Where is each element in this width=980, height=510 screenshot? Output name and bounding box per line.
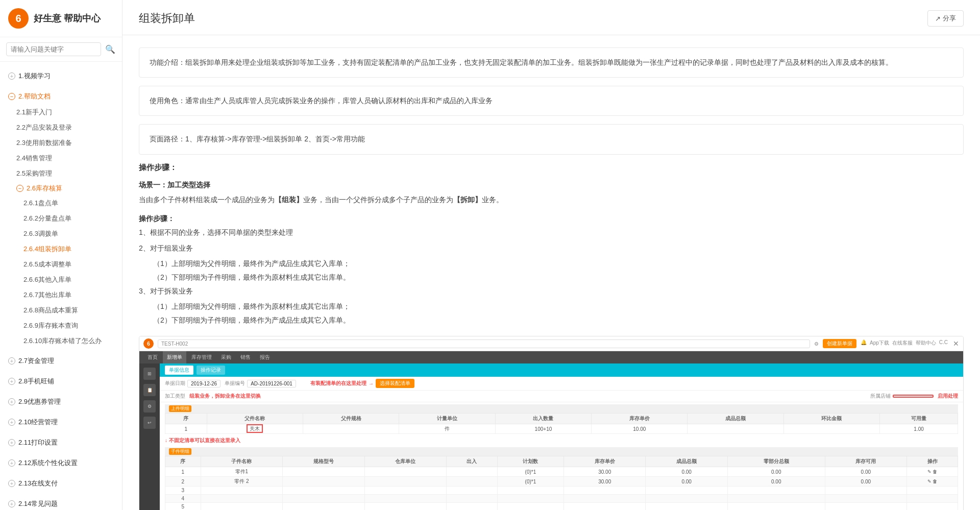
share-button[interactable]: ↗ 分享 <box>927 10 964 27</box>
ss-nav-inventory[interactable]: 库存管理 <box>187 351 216 363</box>
ss-lcol-name: 子件名称 <box>201 456 282 467</box>
nav-section-213: + 2.13在线支付 <box>0 473 122 494</box>
sidebar-item-print[interactable]: + 2.11打印设置 <box>0 434 122 451</box>
ss-nav-home[interactable]: 首页 <box>143 351 162 363</box>
sidebar-item-personalize[interactable]: + 2.12系统个性化设置 <box>0 455 122 471</box>
feature-intro-text: 功能介绍：组装拆卸单用来处理企业组装或拆卸等加工业务，支持有固定装配清单的产品加… <box>150 56 953 69</box>
ss-date-label: 单据日期 <box>165 380 185 387</box>
sidebar-item-install[interactable]: 2.2产品安装及登录 <box>16 120 122 135</box>
page-path-text: 页面路径：1、库存核算->库存管理->组装拆卸单 2、首页->常用功能 <box>150 133 953 145</box>
step3-sub1: （1）上部明细为父件明细，最终作为原材料生成其它出库单； <box>139 300 964 313</box>
sidebar-item-sales[interactable]: 2.4销售管理 <box>16 151 122 166</box>
search-input[interactable] <box>6 42 101 56</box>
main-area: 组装拆卸单 ↗ 分享 功能介绍：组装拆卸单用来处理企业组装或拆卸等加工业务，支持… <box>122 0 980 510</box>
ss-annotation-1: 有装配清单的在这里处理 → 选择装配清单 <box>310 379 414 388</box>
ss-left-sidebar: ⊞ 📋 ⚙ ↩ <box>139 363 160 510</box>
nav-section-2: − 2.帮助文档 2.1新手入门 2.2产品安装及登录 2.3使用前数据准备 2… <box>0 86 122 351</box>
sidebar-item-new-user[interactable]: 2.1新手入门 <box>16 105 122 120</box>
search-button[interactable]: 🔍 <box>104 43 116 55</box>
page-path-block: 页面路径：1、库存核算->库存管理->组装拆卸单 2、首页->常用功能 <box>139 124 964 154</box>
ss-nav-new[interactable]: 新增单 <box>163 351 186 363</box>
ss-lcol-total2: 零部分总额 <box>727 456 825 467</box>
sidebar-item-payment[interactable]: + 2.13在线支付 <box>0 475 122 492</box>
ss-lcol-plan: 计划数 <box>497 456 564 467</box>
ss-cell-name-highlight: 关木 <box>247 424 263 433</box>
user-role-block: 使用角色：通常由生产人员或库管人员完成拆装业务的操作，库管人员确认原材料的出库和… <box>139 86 964 116</box>
nav-section-29: + 2.9优惠券管理 <box>0 392 122 412</box>
ss-sidebar-icon-1[interactable]: ⊞ <box>143 368 156 380</box>
ss-date-val[interactable]: 2019-12-26 <box>187 380 220 387</box>
ss-lcol-avail: 库存可用 <box>825 456 906 467</box>
sidebar-item-help-docs[interactable]: − 2.帮助文档 <box>0 88 122 105</box>
sidebar-item-other-out[interactable]: 2.6.7其他出库单 <box>23 287 122 303</box>
ss-sidebar-icon-3[interactable]: ⚙ <box>143 400 156 412</box>
sidebar-subitems-sec26: 2.6.1盘点单 2.6.2分量盘点单 2.6.3调拨单 2.6.4组装拆卸单 … <box>16 196 122 349</box>
ss-upper-section-tag: 上件明细 <box>169 405 191 412</box>
ss-annotation-4-text: 不固定清单可以直接在这里录入 <box>169 438 240 443</box>
sidebar-item-transfer[interactable]: 2.6.3调拨单 <box>23 226 122 241</box>
table-row: 1 关木 件 100+10 10.00 <box>165 424 958 434</box>
sidebar-item-inventory-header[interactable]: − 2.6库存核算 <box>16 181 122 196</box>
ss-url-input[interactable] <box>158 339 810 348</box>
sidebar-item-partial-stocktake[interactable]: 2.6.2分量盘点单 <box>23 211 122 226</box>
ss-nav-sales[interactable]: 销售 <box>236 351 255 363</box>
sidebar-item-faq[interactable]: + 2.14常见问题 <box>0 496 122 510</box>
ss-sidebar-icon-4[interactable]: ↩ <box>143 417 156 429</box>
sidebar-item-ledger-query[interactable]: 2.6.9库存账本查询 <box>23 318 122 333</box>
ss-org-val[interactable] <box>893 395 934 398</box>
ss-tab-log[interactable]: 操作记录 <box>197 366 225 375</box>
sidebar-item-mobile[interactable]: + 2.8手机旺铺 <box>0 373 122 390</box>
table-row: 4 <box>165 495 958 503</box>
sidebar-search-area: 🔍 <box>0 37 122 62</box>
ss-cell-seq: 1 <box>165 424 207 434</box>
sidebar-item-cost-recalc[interactable]: 2.6.8商品成本重算 <box>23 303 122 318</box>
ss-nav-report[interactable]: 报告 <box>256 351 274 363</box>
nav-section-212: + 2.12系统个性化设置 <box>0 453 122 473</box>
collapse-icon-26: − <box>16 185 23 192</box>
sidebar-item-mgmt[interactable]: + 2.10经营管理 <box>0 414 122 430</box>
ss-top-icons: 🔔 App下载 在线客服 帮助中心 C.C ✕ <box>861 339 959 348</box>
page-title: 组装拆卸单 <box>139 11 195 26</box>
screenshot-container: 6 ⚙ 创建新单据 🔔 App下载 在线客服 帮助中心 C.C ✕ 首页 <box>139 336 964 510</box>
sidebar-item-finance[interactable]: + 2.7资金管理 <box>0 353 122 369</box>
sidebar-item-ledger-fix[interactable]: 2.6.10库存账本错了怎么办 <box>23 333 122 349</box>
ss-col-total: 成品总额 <box>688 414 783 424</box>
step1: 1、根据不同的业务，选择不同单据的类型来处理 <box>139 226 964 239</box>
sidebar-item-purchase[interactable]: 2.5采购管理 <box>16 166 122 181</box>
ss-bill-val[interactable]: AD-20191226-001 <box>247 380 296 387</box>
sidebar-item-data-prep[interactable]: 2.3使用前数据准备 <box>16 135 122 151</box>
user-role-text: 使用角色：通常由生产人员或库管人员完成拆装业务的操作，库管人员确认原材料的出库和… <box>150 94 953 107</box>
expand-icon: + <box>8 378 15 385</box>
scene1-title: 场景一：加工类型选择 <box>139 181 964 190</box>
ss-form-tabs: 单据信息 操作记录 <box>160 363 963 377</box>
ss-lcol-spec: 规格型号 <box>283 456 364 467</box>
sidebar-item-stocktake[interactable]: 2.6.1盘点单 <box>23 196 122 211</box>
ss-new-btn[interactable]: 创建新单据 <box>823 339 856 348</box>
main-content: 功能介绍：组装拆卸单用来处理企业组装或拆卸等加工业务，支持有固定装配清单的产品加… <box>122 35 980 510</box>
table-row: 2 零件 2 (0)*1 30.00 0.00 0.00 <box>165 477 958 487</box>
ss-sidebar-icon-2[interactable]: 📋 <box>143 384 156 396</box>
ss-assembly-list-btn[interactable]: 选择装配清单 <box>376 379 414 388</box>
ss-org-label: 所属店铺 <box>870 393 891 400</box>
sidebar-item-video-learning[interactable]: + 1.视频学习 <box>0 68 122 84</box>
ss-nav-purchase[interactable]: 采购 <box>217 351 235 363</box>
ss-lcol-whunit: 仓库单位 <box>364 456 446 467</box>
ss-form-row1: 单据日期 2019-12-26 单据编号 AD-20191226-001 有装配… <box>160 377 963 391</box>
ss-close-icon[interactable]: ✕ <box>953 339 959 348</box>
expand-icon: + <box>8 72 15 80</box>
sidebar-item-cost-adjust[interactable]: 2.6.5成本调整单 <box>23 257 122 272</box>
ss-tab-info[interactable]: 单据信息 <box>165 366 193 375</box>
ss-lcol-price: 库存单价 <box>564 456 646 467</box>
ss-col-parent-spec: 父件规格 <box>303 414 399 424</box>
ss-col-avail: 可用量 <box>880 414 958 424</box>
app-logo-icon: 6 <box>8 8 29 29</box>
sidebar-item-assembly[interactable]: 2.6.4组装拆卸单 <box>23 241 122 257</box>
ss-upper-table-section: 上件明细 序 父件名称 父件规格 计量单位 出入数量 <box>160 402 963 436</box>
ss-cell-spec <box>303 424 399 434</box>
sidebar-item-other-in[interactable]: 2.6.6其他入库单 <box>23 272 122 287</box>
ss-type-annotation: 组装业务，拆卸业务在这里切换 <box>189 393 261 400</box>
ss-cell-total <box>688 424 783 434</box>
sidebar-item-coupon[interactable]: + 2.9优惠券管理 <box>0 394 122 410</box>
nav-section-210: + 2.10经营管理 <box>0 412 122 432</box>
sidebar-item-inventory: − 2.6库存核算 2.6.1盘点单 2.6.2分量盘点单 2.6.3调拨单 2… <box>16 181 122 349</box>
